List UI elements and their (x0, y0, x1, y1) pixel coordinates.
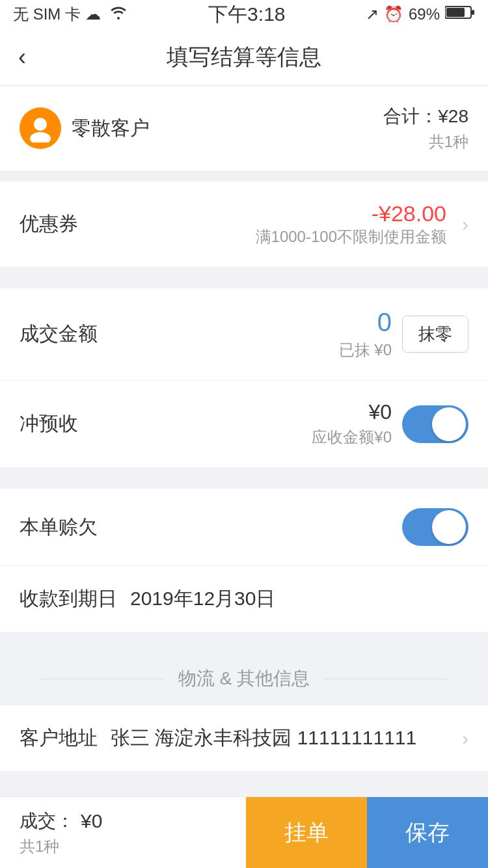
total-amount: 合计：¥28 (383, 104, 468, 129)
save-button[interactable]: 保存 (367, 797, 488, 869)
coupon-right: -¥28.00 满1000-100不限制使用金额 › (256, 201, 468, 247)
due-date-value: 2019年12月30日 (130, 586, 275, 612)
rounded-label: 已抹 ¥0 (339, 340, 392, 360)
status-bar: 无 SIM 卡 ☁ 下午3:18 ↗ ⏰ 69% (0, 0, 488, 29)
divider-3 (0, 642, 488, 653)
svg-point-4 (30, 132, 51, 142)
bottom-info: 成交： ¥0 共1种 (0, 809, 246, 857)
transaction-right: 0 已抹 ¥0 抹零 (339, 308, 468, 360)
transaction-section: 成交金额 0 已抹 ¥0 抹零 冲预收 ¥0 应收金额¥0 (0, 288, 488, 467)
alarm-icon: ⏰ (384, 5, 403, 23)
customer-name: 零散客户 (72, 115, 150, 142)
debt-right (402, 508, 468, 546)
wifi-icon (109, 5, 128, 23)
debt-toggle[interactable] (402, 508, 468, 546)
back-button[interactable]: ‹ (18, 44, 26, 71)
due-date-row: 收款到期日 2019年12月30日 (0, 565, 488, 632)
prepayment-sub: 应收金额¥0 (312, 427, 392, 448)
status-right: ↗ ⏰ 69% (366, 5, 475, 23)
prepayment-value: ¥0 (312, 400, 392, 424)
transaction-value-wrapper: 0 已抹 ¥0 (339, 308, 392, 360)
discount-desc: 满1000-100不限制使用金额 (256, 226, 446, 247)
bottom-trans-label: 成交： (20, 809, 74, 834)
transaction-amount: 0 (339, 308, 392, 337)
total-count: 共1种 (383, 131, 468, 152)
content: 零散客户 合计：¥28 共1种 优惠券 -¥28.00 满1000-100不限制… (0, 86, 488, 860)
debt-section: 本单赊欠 收款到期日 2019年12月30日 (0, 488, 488, 632)
coupon-value-wrapper: -¥28.00 满1000-100不限制使用金额 (256, 201, 446, 247)
address-label: 客户地址 (20, 725, 98, 752)
prepayment-toggle[interactable] (402, 405, 468, 443)
coupon-row[interactable]: 优惠券 -¥28.00 满1000-100不限制使用金额 › (0, 181, 488, 267)
svg-rect-2 (472, 10, 474, 15)
status-time: 下午3:18 (208, 1, 285, 28)
prepayment-value-wrapper: ¥0 应收金额¥0 (312, 400, 392, 448)
bottom-bar: 成交： ¥0 共1种 挂单 保存 (0, 796, 488, 868)
debt-toggle-knob (432, 510, 466, 544)
nav-bar: ‹ 填写结算等信息 (0, 29, 488, 86)
transaction-label: 成交金额 (20, 321, 98, 347)
divider-1 (0, 277, 488, 288)
toggle-knob (432, 407, 466, 441)
discount-amount: -¥28.00 (256, 201, 446, 226)
avatar (20, 107, 61, 149)
svg-point-3 (34, 118, 47, 131)
transaction-row: 成交金额 0 已抹 ¥0 抹零 (0, 288, 488, 380)
address-row[interactable]: 客户地址 张三 海淀永丰科技园 11111111111 › (0, 705, 488, 771)
coupon-label: 优惠券 (20, 211, 98, 237)
prepayment-right: ¥0 应收金额¥0 (312, 400, 468, 448)
customer-total: 合计：¥28 共1种 (383, 104, 468, 152)
debt-row: 本单赊欠 (0, 488, 488, 565)
divider-2 (0, 478, 488, 488)
location-icon: ↗ (366, 5, 379, 23)
debt-label: 本单赊欠 (20, 514, 98, 541)
chevron-right-icon: › (462, 213, 468, 236)
round-zero-button[interactable]: 抹零 (402, 316, 468, 353)
customer-section: 零散客户 合计：¥28 共1种 (0, 86, 488, 170)
logistics-header: 物流 & 其他信息 (0, 653, 488, 705)
bottom-trans-amount: ¥0 (81, 810, 102, 832)
bottom-trans: 成交： ¥0 (20, 809, 226, 834)
logistics-label: 物流 & 其他信息 (165, 666, 323, 691)
sim-label: 无 SIM 卡 ☁ (13, 4, 101, 25)
customer-info: 零散客户 (20, 107, 150, 149)
battery-icon (445, 5, 475, 23)
battery-label: 69% (409, 5, 440, 23)
address-section: 客户地址 张三 海淀永丰科技园 11111111111 › (0, 705, 488, 771)
customer-row: 零散客户 合计：¥28 共1种 (0, 86, 488, 170)
prepayment-row: 冲预收 ¥0 应收金额¥0 (0, 380, 488, 467)
svg-rect-1 (446, 8, 465, 17)
status-left: 无 SIM 卡 ☁ (13, 4, 128, 25)
prepayment-label: 冲预收 (20, 411, 98, 437)
coupon-section: 优惠券 -¥28.00 满1000-100不限制使用金额 › (0, 181, 488, 267)
pending-button[interactable]: 挂单 (246, 797, 367, 869)
due-date-label: 收款到期日 (20, 586, 117, 612)
address-value: 张三 海淀永丰科技园 11111111111 (111, 725, 457, 752)
bottom-count: 共1种 (20, 836, 226, 857)
address-chevron-icon: › (462, 727, 468, 750)
page-title: 填写结算等信息 (167, 42, 321, 72)
